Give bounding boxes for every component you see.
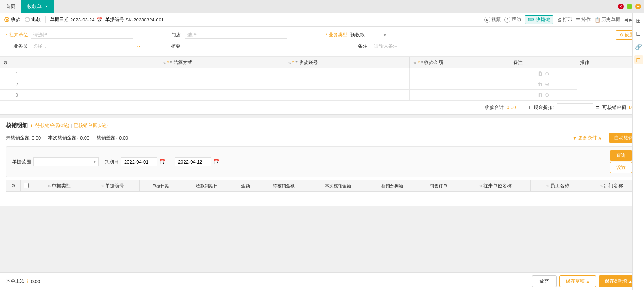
td-rownum-2: 2 bbox=[0, 79, 34, 90]
total-value: 0.00 bbox=[507, 105, 525, 110]
form-row-2: 业务员 ··· 摘要 备注 bbox=[6, 43, 638, 50]
info-icon[interactable]: ℹ bbox=[31, 123, 32, 128]
tab-current[interactable]: 收款单 × bbox=[21, 0, 54, 13]
action-buttons: 放弃 保存草稿 ▲ 保存&新增 ▲ bbox=[532, 275, 638, 287]
scope-label: 单据范围 bbox=[12, 158, 31, 165]
th-remark: 备注 bbox=[510, 57, 577, 68]
staff-more-btn[interactable]: ··· bbox=[136, 43, 143, 50]
counterpart-label: * 往来单位 bbox=[6, 32, 28, 38]
equals-sign: = bbox=[596, 104, 599, 111]
td-account-3[interactable] bbox=[159, 90, 284, 100]
tab-close-btn[interactable]: × bbox=[45, 4, 48, 9]
set-btn[interactable]: 设置 bbox=[610, 162, 632, 173]
bth-amount: 金额 bbox=[232, 180, 259, 192]
help-link[interactable]: ? 帮助 bbox=[504, 16, 521, 23]
sidebar-icon-4[interactable]: ⊡ bbox=[634, 55, 643, 64]
td-amount-3[interactable] bbox=[284, 90, 410, 100]
print-link[interactable]: 🖨 打印 bbox=[557, 16, 572, 23]
bth-discount: 折扣分摊额 bbox=[367, 180, 417, 192]
query-btn[interactable]: 查询 bbox=[610, 150, 632, 161]
td-amount-2[interactable] bbox=[284, 79, 410, 90]
pending-tab[interactable]: 待核销单据(0笔) bbox=[35, 122, 70, 129]
print-icon: 🖨 bbox=[557, 17, 562, 23]
bottom-table: ⚙ ⇅ 单据类型 ⇅ 单据编号 单据日期 收款到期日 金额 待核销 bbox=[6, 180, 638, 203]
sidebar-icon-3[interactable]: 🔗 bbox=[634, 42, 643, 51]
radio-refund[interactable]: 退款 bbox=[25, 16, 41, 23]
copy-icon-2[interactable]: ⊕ bbox=[545, 81, 549, 87]
radio-receive[interactable]: 收款 bbox=[4, 16, 20, 23]
radio-receive-label: 收款 bbox=[11, 16, 20, 23]
maximize-icon: □ bbox=[628, 4, 631, 9]
delete-icon-1[interactable]: 🗑 bbox=[538, 71, 543, 77]
scope-select[interactable] bbox=[33, 157, 99, 166]
date-label: 单据日期 bbox=[50, 16, 69, 23]
video-link[interactable]: ▶ 视频 bbox=[484, 16, 501, 23]
biz-type-arrow[interactable]: ▼ bbox=[382, 32, 387, 38]
calendar-icon[interactable]: 📅 bbox=[96, 17, 102, 23]
chevron-up-icon: ∧ bbox=[598, 135, 602, 141]
td-account-1[interactable] bbox=[159, 68, 284, 79]
bth-gear[interactable]: ⚙ bbox=[6, 180, 21, 192]
th-gear[interactable]: ⚙ bbox=[0, 57, 34, 68]
date-from-cal-icon[interactable]: 📅 bbox=[160, 159, 166, 165]
staff-input[interactable] bbox=[31, 43, 133, 50]
tab-links: 待核销单据(0笔) | 已核销单据(0笔) bbox=[35, 122, 108, 129]
th-settle: ⇅ * 结算方式 bbox=[159, 57, 284, 68]
right-sidebar: ⊞ ⊟ 🔗 ⊡ bbox=[632, 13, 644, 290]
remark-input[interactable] bbox=[372, 43, 445, 50]
sidebar-icon-1[interactable]: ⊞ bbox=[634, 16, 643, 25]
summary-input[interactable] bbox=[185, 43, 330, 50]
bth-no: ⇅ 单据编号 bbox=[86, 180, 140, 192]
counterpart-more-btn[interactable]: ··· bbox=[136, 32, 144, 38]
verification-section: 核销明细 ℹ 待核销单据(0笔) | 已核销单据(0笔) 未核销金额 0.00 … bbox=[0, 118, 644, 206]
done-tab[interactable]: 已核销单据(0笔) bbox=[74, 122, 108, 129]
copy-icon-3[interactable]: ⊕ bbox=[545, 92, 549, 98]
td-account-2[interactable] bbox=[159, 79, 284, 90]
discount-input[interactable] bbox=[557, 103, 593, 111]
shortcut-btn[interactable]: ⌨ 快捷键 bbox=[525, 15, 553, 24]
td-settle-1[interactable] bbox=[34, 68, 159, 79]
td-settle-2[interactable] bbox=[34, 79, 159, 90]
prev-arrow[interactable]: ◀ bbox=[624, 17, 628, 23]
abandon-btn[interactable]: 放弃 bbox=[532, 275, 557, 287]
save-draft-btn[interactable]: 保存草稿 ▲ bbox=[559, 275, 596, 287]
bottom-table-row bbox=[6, 192, 638, 203]
td-remark-2[interactable] bbox=[410, 79, 510, 90]
carry-value: 0.00 bbox=[31, 279, 40, 284]
sidebar-icon-2[interactable]: ⊟ bbox=[634, 29, 643, 38]
delete-icon-3[interactable]: 🗑 bbox=[538, 92, 543, 98]
next-arrow[interactable]: ▶ bbox=[629, 17, 633, 23]
biz-type-value[interactable]: 预收款 bbox=[350, 32, 380, 38]
date-to-cal-icon[interactable]: 📅 bbox=[213, 159, 220, 165]
window-close-btn[interactable]: × bbox=[618, 4, 624, 9]
date-value[interactable]: 2023-03-24 bbox=[70, 17, 95, 23]
this-label: 本次核销金额: bbox=[48, 134, 78, 141]
select-all-checkbox[interactable] bbox=[24, 183, 29, 188]
window-controls: × □ − bbox=[618, 4, 641, 9]
section-gap bbox=[0, 115, 644, 118]
more-filter-btn[interactable]: ▼ 更多条件 ∧ bbox=[572, 134, 602, 141]
bth-dept: ⇅ 部门名称 bbox=[584, 180, 638, 192]
tab-home[interactable]: 首页 bbox=[0, 0, 21, 13]
store-more-btn[interactable]: ··· bbox=[290, 32, 298, 38]
window-min-btn[interactable]: − bbox=[635, 4, 641, 9]
window-max-btn[interactable]: □ bbox=[627, 4, 632, 9]
date-from-input[interactable] bbox=[121, 157, 157, 166]
copy-icon-1[interactable]: ⊕ bbox=[545, 71, 549, 77]
scope-select-wrapper bbox=[33, 157, 99, 166]
operation-link[interactable]: ☰ 操作 bbox=[576, 16, 591, 23]
biz-type-label: * 业务类型 bbox=[325, 32, 347, 38]
history-link[interactable]: 📋 历史单据 bbox=[594, 16, 620, 23]
carry-info-icon[interactable]: ℹ bbox=[27, 279, 29, 284]
delete-icon-2[interactable]: 🗑 bbox=[538, 81, 543, 87]
td-remark-1[interactable] bbox=[410, 68, 510, 79]
td-amount-1[interactable] bbox=[284, 68, 410, 79]
discount-label: 现金折扣: bbox=[534, 104, 554, 111]
td-settle-3[interactable] bbox=[34, 90, 159, 100]
date-to-input[interactable] bbox=[175, 157, 211, 166]
bth-this: 本次核销金额 bbox=[309, 180, 367, 192]
store-input[interactable] bbox=[185, 31, 287, 39]
counterpart-input[interactable] bbox=[31, 31, 133, 39]
td-remark-3[interactable] bbox=[410, 90, 510, 100]
doc-no-value[interactable]: SK-20230324-001 bbox=[126, 17, 164, 23]
